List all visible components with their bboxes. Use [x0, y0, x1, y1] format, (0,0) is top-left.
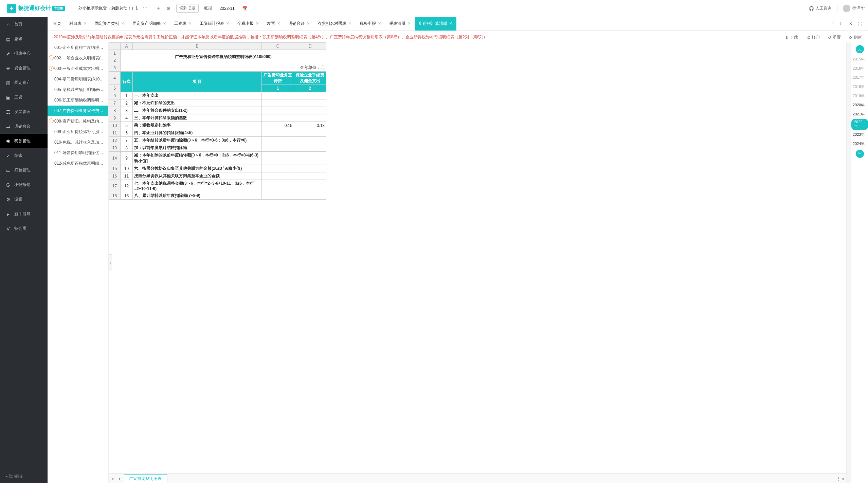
cell-rownum[interactable]: 13	[121, 192, 133, 200]
cell-value-d[interactable]	[294, 180, 326, 192]
add-icon[interactable]: ＋	[156, 5, 161, 12]
cell-value-d[interactable]	[294, 129, 326, 137]
period-value[interactable]: 2023-11	[220, 6, 235, 11]
report-item[interactable]: 004-期间费用明细表(A1040…	[48, 74, 108, 85]
year-item[interactable]: 2018年	[851, 82, 868, 91]
leftnav-item[interactable]: ⌂首页	[0, 17, 48, 32]
col-header[interactable]: C	[262, 43, 294, 50]
leftnav-item[interactable]: ✓结账	[0, 148, 48, 163]
year-item[interactable]: 2015年	[851, 55, 868, 64]
row-header[interactable]: 17	[109, 180, 121, 192]
download-button[interactable]: ⬇下载	[785, 35, 798, 40]
report-item[interactable]: 006-职工薪酬纳税调整明细…	[48, 95, 108, 106]
close-icon[interactable]: ✕	[188, 21, 192, 26]
gear-icon[interactable]: ⚙	[166, 6, 171, 11]
report-item[interactable]: 008-资产折旧、摊销及纳税…	[48, 116, 108, 127]
year-up-icon[interactable]: ︽	[856, 45, 864, 53]
leftnav-item[interactable]: G小畅报销	[0, 178, 48, 192]
cell-value-c[interactable]	[262, 99, 294, 107]
cell-rownum[interactable]: 5	[121, 122, 133, 129]
tab-prev-icon[interactable]: 〈	[829, 20, 835, 27]
cell-item[interactable]: 三、本年计算扣除限额的基数	[133, 114, 262, 122]
tab[interactable]: 工资表✕	[170, 17, 196, 31]
close-icon[interactable]: ✕	[307, 21, 310, 26]
tab-next-icon[interactable]: 〉	[838, 20, 845, 27]
tab[interactable]: 发票✕	[263, 17, 284, 31]
cell-rownum[interactable]: 10	[121, 165, 133, 172]
cell-value-c[interactable]	[262, 114, 294, 122]
report-item[interactable]: 001-企业所得税年度纳税申…	[48, 42, 108, 53]
year-item[interactable]: 2021年	[851, 110, 868, 119]
close-icon[interactable]: ✕	[408, 21, 411, 26]
leftnav-item[interactable]: ⇄进销台账	[0, 119, 48, 134]
sheet-scroll[interactable]: A B C D 1广告费和业务宣传费跨年度纳税调整明细表(A105060)23金…	[109, 42, 846, 473]
sheet-tab-next-icon[interactable]: ▸	[116, 476, 124, 481]
year-item[interactable]: 2022年	[851, 119, 868, 130]
leftnav-item[interactable]: ❀税务管理	[0, 134, 48, 148]
collapse-handle[interactable]: «	[109, 254, 112, 271]
cell-item[interactable]: 加：以前年度累计结转扣除额	[133, 144, 262, 152]
sheet-tab-menu-icon[interactable]: ⋮ ◂	[834, 476, 846, 481]
row-header[interactable]: 1	[109, 50, 121, 57]
close-icon[interactable]: ✕	[449, 21, 452, 26]
row-header[interactable]: 16	[109, 172, 121, 180]
cell-item[interactable]: 四、本企业计算的扣除限额(4×5)	[133, 129, 262, 137]
row-header[interactable]: 9	[109, 114, 121, 122]
consult-button[interactable]: 🎧 人工咨询	[809, 5, 832, 11]
row-header[interactable]: 12	[109, 137, 121, 144]
cell-value-d[interactable]	[294, 92, 326, 99]
col-header[interactable]: D	[294, 43, 326, 50]
sheet-tab[interactable]: 广宣费调整明细表	[124, 474, 167, 483]
row-header[interactable]: 4	[109, 72, 121, 85]
row-header[interactable]: 5	[109, 85, 121, 92]
cell-value-c[interactable]	[262, 172, 294, 180]
year-item[interactable]: 2016年	[851, 64, 868, 73]
row-header[interactable]: 7	[109, 99, 121, 107]
cell-value-c[interactable]	[262, 92, 294, 99]
reset-button[interactable]: ↺重置	[828, 35, 841, 40]
refresh-button[interactable]: ⟳刷新	[849, 35, 862, 40]
cell-value-c[interactable]	[262, 165, 294, 172]
tab[interactable]: 存货别名对照表✕	[314, 17, 356, 31]
cell-rownum[interactable]: 4	[121, 114, 133, 122]
cell-value-d[interactable]	[294, 99, 326, 107]
close-icon[interactable]: ✕	[378, 21, 381, 26]
report-item[interactable]: 009-企业所得税弥补亏损明…	[48, 127, 108, 137]
year-item[interactable]: 2017年	[851, 73, 868, 82]
cell-rownum[interactable]: 9	[121, 152, 133, 165]
report-item[interactable]: 002-一般企业收入明细表(A1…	[48, 53, 108, 63]
cell-value-c[interactable]	[262, 137, 294, 144]
tab[interactable]: 固定资产类别✕	[91, 17, 128, 31]
cell-value-d[interactable]	[294, 137, 326, 144]
leftnav-item[interactable]: ▥固定资产	[0, 75, 48, 90]
cell-value-d[interactable]: 0.18	[294, 122, 326, 129]
leftnav-item[interactable]: ⚙设置	[0, 192, 48, 207]
cell-value-d[interactable]	[294, 192, 326, 200]
cell-value-c[interactable]	[262, 192, 294, 200]
close-icon[interactable]: ✕	[277, 21, 280, 26]
user-menu[interactable]: 徐泽华	[843, 5, 865, 12]
tab[interactable]: 工资统计报表✕	[196, 17, 233, 31]
cell-rownum[interactable]: 8	[121, 144, 133, 152]
report-item[interactable]: 011-研发费用加计扣除优惠…	[48, 148, 108, 158]
year-down-icon[interactable]: ︾	[856, 150, 864, 158]
cell-value-d[interactable]	[294, 107, 326, 114]
row-header[interactable]: 11	[109, 129, 121, 137]
vertical-scrollbar[interactable]	[846, 42, 851, 483]
tab[interactable]: 首页	[49, 17, 65, 31]
leftnav-item[interactable]: ▤总账	[0, 32, 48, 46]
cell-value-c[interactable]	[262, 107, 294, 114]
cell-rownum[interactable]: 1	[121, 92, 133, 99]
close-icon[interactable]: ✕	[163, 21, 166, 26]
close-icon[interactable]: ✕	[84, 21, 87, 26]
cell-rownum[interactable]: 6	[121, 129, 133, 137]
tab[interactable]: 个税申报✕	[233, 17, 263, 31]
cell-value-c[interactable]	[262, 152, 294, 165]
cell-rownum[interactable]: 12	[121, 180, 133, 192]
close-icon[interactable]: ✕	[256, 21, 259, 26]
tab[interactable]: 税务申报✕	[356, 17, 385, 31]
tab[interactable]: 所得税汇算清缴✕	[415, 17, 456, 31]
row-header[interactable]: 15	[109, 165, 121, 172]
close-icon[interactable]: ✕	[121, 21, 124, 26]
cell-value-d[interactable]	[294, 144, 326, 152]
